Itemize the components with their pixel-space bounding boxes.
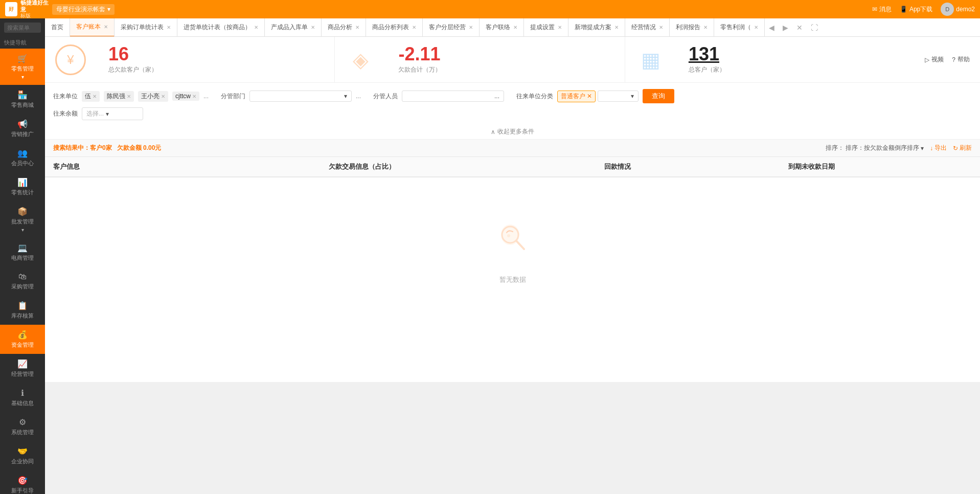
stat-icon-2: ◈: [345, 44, 376, 75]
sidebar-item-finance[interactable]: 💰 资金管理: [0, 325, 45, 354]
tab-retail-profit[interactable]: 零售利润（ ✕: [714, 18, 765, 37]
basic-info-icon: ℹ: [21, 388, 24, 398]
refresh-button[interactable]: ↻ 刷新: [953, 144, 972, 152]
export-button[interactable]: ↓ 导出: [930, 144, 947, 152]
tab-close-product-analysis[interactable]: ✕: [355, 25, 359, 30]
app-download-button[interactable]: 📱 App下载: [900, 5, 932, 14]
unit-class-tag-close[interactable]: ✕: [587, 93, 592, 100]
data-table: 客户信息 欠款交易信息（占比） 回款情况 到期未收款日期: [45, 157, 980, 382]
tab-expand[interactable]: ⛶: [807, 24, 822, 32]
sidebar-item-enterprise[interactable]: 🤝 企业协同: [0, 441, 45, 470]
unit-class-tag[interactable]: 普通客户 ✕: [557, 91, 596, 102]
video-help-button[interactable]: ▷ 视频: [925, 55, 944, 64]
tab-customer-layer[interactable]: 客户分层经营 ✕: [423, 18, 480, 37]
dept-more-button[interactable]: ...: [356, 93, 361, 100]
dept-select[interactable]: ▾: [249, 91, 352, 102]
person-select[interactable]: ...: [402, 91, 504, 102]
tab-nav-left[interactable]: ◀: [765, 24, 779, 32]
filter-tag-chen[interactable]: 陈民强 ✕: [104, 91, 134, 102]
tab-close-product-analysis-list[interactable]: ✕: [412, 25, 416, 30]
sidebar-item-zero-retail[interactable]: 🛒 零售管理 ▾: [0, 49, 45, 85]
message-button[interactable]: ✉ 消息: [872, 5, 892, 14]
stat-card-arrears: -2.11 欠款合计（万）: [386, 37, 625, 82]
svg-line-2: [516, 241, 524, 249]
tab-product-inbound[interactable]: 产成品入库单 ✕: [265, 18, 322, 37]
sidebar-item-zero-stat[interactable]: 📊 零售统计: [0, 172, 45, 201]
tab-home[interactable]: 首页: [45, 18, 70, 37]
query-button[interactable]: 查询: [643, 89, 674, 103]
sidebar-item-basic-info[interactable]: ℹ 基础信息: [0, 383, 45, 412]
help-button[interactable]: ? 帮助: [952, 55, 970, 64]
filter-tag-wu[interactable]: 伍 ✕: [82, 91, 100, 102]
sidebar-item-zero-mall[interactable]: 🏪 零售商城: [0, 85, 45, 114]
sidebar-item-marketing[interactable]: 📢 营销推广: [0, 114, 45, 143]
tab-inbound-stat[interactable]: 进货单统计表（按商品） ✕: [177, 18, 265, 37]
zero-mall-icon: 🏪: [17, 90, 28, 100]
tab-operation-status[interactable]: 经营情况 ✕: [625, 18, 670, 37]
tab-close-customer-ledger[interactable]: ✕: [104, 24, 108, 30]
sidebar-item-inventory[interactable]: 📋 库存核算: [0, 296, 45, 325]
empty-text: 暂无数据: [499, 275, 526, 284]
batch-mgmt-icon: 📦: [17, 207, 28, 216]
balance-select[interactable]: 选择... ▾: [82, 107, 143, 120]
tab-product-analysis-list[interactable]: 商品分析列表 ✕: [366, 18, 423, 37]
app-logo: 好 畅捷通好生意 标版: [5, 0, 50, 19]
logo-icon: 好: [5, 2, 17, 16]
tab-close-all[interactable]: ✕: [792, 24, 807, 32]
tab-product-analysis[interactable]: 商品分析 ✕: [322, 18, 366, 37]
col-due-date: 到期未收款日期: [788, 162, 972, 171]
stat-card-customers: 16 总欠款客户（家）: [96, 37, 335, 82]
sidebar-item-operation[interactable]: 📈 经营管理: [0, 354, 45, 383]
col-repayment: 回款情况: [604, 162, 788, 171]
sys-mgmt-icon: ⚙: [19, 417, 26, 427]
tab-close-product-inbound[interactable]: ✕: [311, 25, 315, 30]
inventory-icon: 📋: [17, 301, 28, 310]
sidebar-item-purchase[interactable]: 🛍 采购管理: [0, 267, 45, 296]
user-avatar[interactable]: D demo2: [941, 3, 975, 16]
newbie-icon: 🎯: [17, 476, 28, 485]
filter-tag-cjttcw[interactable]: cjttcw ✕: [172, 92, 199, 101]
filter-tag-wang[interactable]: 王小亮 ✕: [138, 91, 168, 102]
filter-tag-wang-close[interactable]: ✕: [161, 94, 165, 99]
tab-nav-right[interactable]: ▶: [779, 24, 792, 32]
sidebar-item-member[interactable]: 👥 会员中心: [0, 143, 45, 172]
finance-icon: 💰: [17, 330, 28, 340]
unit-class-select[interactable]: ▾: [598, 91, 639, 102]
sidebar-item-sys-mgmt[interactable]: ⚙ 系统管理: [0, 412, 45, 441]
tab-customer-ledger[interactable]: 客户账本 ✕: [70, 18, 115, 37]
sidebar-item-quick-nav: 快捷导航: [0, 37, 45, 49]
sort-select[interactable]: 排序： 排序：按欠款金额倒序排序 ▾: [826, 144, 924, 152]
tab-close-retail-profit[interactable]: ✕: [754, 25, 758, 30]
filter-more-tags[interactable]: ...: [203, 93, 209, 100]
collapse-button[interactable]: ∧ 收起更多条件: [53, 124, 972, 139]
svg-point-3: [507, 234, 510, 237]
account-selector[interactable]: 母婴行业演示帐套 ▾: [52, 4, 115, 15]
sidebar-item-newbie[interactable]: 🎯 新手引导: [0, 470, 45, 494]
tab-commission-settings[interactable]: 提成设置 ✕: [524, 18, 568, 37]
tab-profit-report[interactable]: 利润报告 ✕: [670, 18, 714, 37]
tab-close-customer-contact[interactable]: ✕: [513, 25, 517, 30]
filter-tag-wu-close[interactable]: ✕: [93, 94, 97, 99]
tab-close-operation-status[interactable]: ✕: [659, 25, 663, 30]
tab-close-customer-layer[interactable]: ✕: [469, 25, 473, 30]
tab-purchase-order[interactable]: 采购订单统计表 ✕: [115, 18, 177, 37]
filter-tag-cjttcw-close[interactable]: ✕: [192, 94, 196, 99]
tab-close-inbound-stat[interactable]: ✕: [254, 25, 258, 30]
tab-close-new-commission[interactable]: ✕: [614, 25, 619, 30]
tab-close-profit-report[interactable]: ✕: [703, 25, 708, 30]
operation-icon: 📈: [17, 359, 28, 369]
tab-customer-contact[interactable]: 客户联络 ✕: [480, 18, 524, 37]
member-icon: 👥: [17, 148, 28, 158]
stat-icon-3: ▦: [635, 44, 666, 75]
sidebar-item-ecommerce[interactable]: 💻 电商管理: [0, 238, 45, 267]
marketing-icon: 📢: [17, 119, 28, 129]
tab-close-commission-settings[interactable]: ✕: [558, 25, 562, 30]
search-input[interactable]: [4, 23, 41, 33]
tab-close-purchase-order[interactable]: ✕: [167, 25, 171, 30]
sidebar-item-batch-mgmt[interactable]: 📦 批发管理 ▾: [0, 201, 45, 238]
tab-new-commission[interactable]: 新增提成方案 ✕: [568, 18, 625, 37]
col-arrears-info: 欠款交易信息（占比）: [329, 162, 604, 171]
unit-class-area: 普通客户 ✕ ▾: [557, 91, 639, 102]
filter-tag-chen-close[interactable]: ✕: [127, 94, 131, 99]
stat-icon-1: ¥: [55, 44, 86, 75]
